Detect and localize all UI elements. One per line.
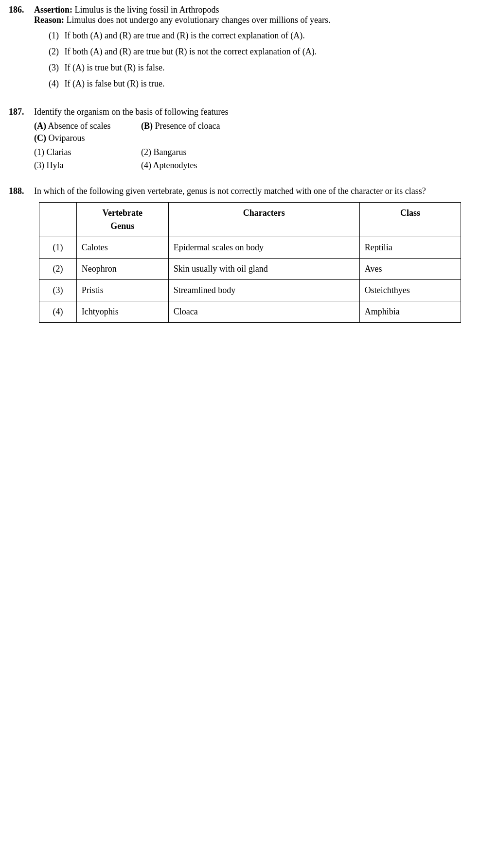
row-3-genus: Pristis: [76, 280, 168, 301]
q186-reason-label: Reason:: [34, 15, 64, 25]
feature-a-text: Absence of scales: [48, 121, 111, 131]
th-characters: Characters: [168, 203, 359, 237]
option-3-text: Hyla: [47, 160, 64, 170]
option-4-text: Aptenodytes: [153, 160, 197, 170]
q188-question-text: In which of the following given vertebra…: [34, 186, 426, 196]
option-1-text: Clarias: [47, 147, 71, 157]
q187-features-row1: (A) Absence of scales (B) Presence of cl…: [34, 121, 483, 131]
q188-number: 188.: [9, 186, 34, 323]
feature-b: (B) Presence of cloaca: [141, 121, 220, 131]
table-row: (2) Neophron Skin usually with oil gland…: [39, 259, 461, 280]
feature-c-text: Oviparous: [49, 133, 85, 143]
q187-options-row1: (1) Clarias (2) Bangarus: [34, 147, 483, 157]
option-2-num: (2): [141, 147, 151, 157]
row-4-characters: Cloaca: [168, 301, 359, 323]
row-1-genus: Calotes: [76, 237, 168, 259]
q187-content: Identify the organism on the basis of fo…: [34, 107, 483, 173]
option-text: If both (A) and (R) are true but (R) is …: [65, 47, 317, 56]
option-2: (2) Bangarus: [141, 147, 219, 157]
feature-c-row: (C) Oviparous: [34, 133, 483, 143]
q186-content: Assertion: Limulus is the living fossil …: [34, 5, 483, 93]
q186-assertion-text: Limulus is the living fossil in Arthropo…: [72, 5, 219, 15]
row-1-characters: Epidermal scales on body: [168, 237, 359, 259]
option-3-num: (3): [34, 160, 44, 170]
option-text: If both (A) and (R) are true and (R) is …: [65, 31, 305, 40]
q186-number: 186.: [9, 5, 34, 93]
option-1: (1) Clarias: [34, 147, 112, 157]
option-num: (1): [49, 29, 62, 42]
row-4-num: (4): [39, 301, 77, 323]
table-header-row: VertebrateGenus Characters Class: [39, 203, 461, 237]
row-2-class: Aves: [359, 259, 461, 280]
option-4: (4) Aptenodytes: [141, 160, 219, 171]
row-4-class: Amphibia: [359, 301, 461, 323]
vertebrate-table: VertebrateGenus Characters Class (1) Cal…: [39, 202, 461, 323]
q188-content: In which of the following given vertebra…: [34, 186, 483, 323]
option-num: (2): [49, 45, 62, 58]
feature-c-label: (C): [34, 133, 46, 143]
row-1-num: (1): [39, 237, 77, 259]
list-item: (1) If both (A) and (R) are true and (R)…: [49, 29, 483, 42]
list-item: (4) If (A) is false but (R) is true.: [49, 77, 483, 90]
table-row: (4) Ichtyophis Cloaca Amphibia: [39, 301, 461, 323]
q186-assertion-label: Assertion:: [34, 5, 72, 15]
list-item: (3) If (A) is true but (R) is false.: [49, 61, 483, 74]
row-3-class: Osteichthyes: [359, 280, 461, 301]
th-class: Class: [359, 203, 461, 237]
row-1-class: Reptilia: [359, 237, 461, 259]
option-4-num: (4): [141, 160, 151, 170]
th-empty: [39, 203, 77, 237]
list-item: (2) If both (A) and (R) are true but (R)…: [49, 45, 483, 58]
question-187: 187. Identify the organism on the basis …: [5, 107, 483, 173]
option-text: If (A) is false but (R) is true.: [65, 79, 165, 88]
q186-reason-text: Limulus does not undergo any evolutionar…: [64, 15, 331, 25]
table-row: (3) Pristis Streamlined body Osteichthye…: [39, 280, 461, 301]
row-2-characters: Skin usually with oil gland: [168, 259, 359, 280]
q188-table-container: VertebrateGenus Characters Class (1) Cal…: [34, 202, 483, 323]
option-3: (3) Hyla: [34, 160, 112, 171]
q187-options-row2: (3) Hyla (4) Aptenodytes: [34, 160, 483, 171]
row-3-num: (3): [39, 280, 77, 301]
q187-question-text: Identify the organism on the basis of fo…: [34, 107, 229, 117]
row-2-genus: Neophron: [76, 259, 168, 280]
question-186: 186. Assertion: Limulus is the living fo…: [5, 5, 483, 93]
option-num: (3): [49, 61, 62, 74]
row-2-num: (2): [39, 259, 77, 280]
feature-b-label: (B): [141, 121, 153, 131]
row-4-genus: Ichtyophis: [76, 301, 168, 323]
feature-b-text: Presence of cloaca: [155, 121, 220, 131]
question-188: 188. In which of the following given ver…: [5, 186, 483, 323]
option-1-num: (1): [34, 147, 44, 157]
row-3-characters: Streamlined body: [168, 280, 359, 301]
option-num: (4): [49, 77, 62, 90]
table-row: (1) Calotes Epidermal scales on body Rep…: [39, 237, 461, 259]
feature-a: (A) Absence of scales: [34, 121, 112, 131]
option-text: If (A) is true but (R) is false.: [65, 63, 165, 72]
option-2-text: Bangarus: [154, 147, 187, 157]
q186-options-list: (1) If both (A) and (R) are true and (R)…: [34, 29, 483, 90]
th-vertebrate-genus: VertebrateGenus: [76, 203, 168, 237]
feature-a-label: (A): [34, 121, 46, 131]
q187-number: 187.: [9, 107, 34, 173]
